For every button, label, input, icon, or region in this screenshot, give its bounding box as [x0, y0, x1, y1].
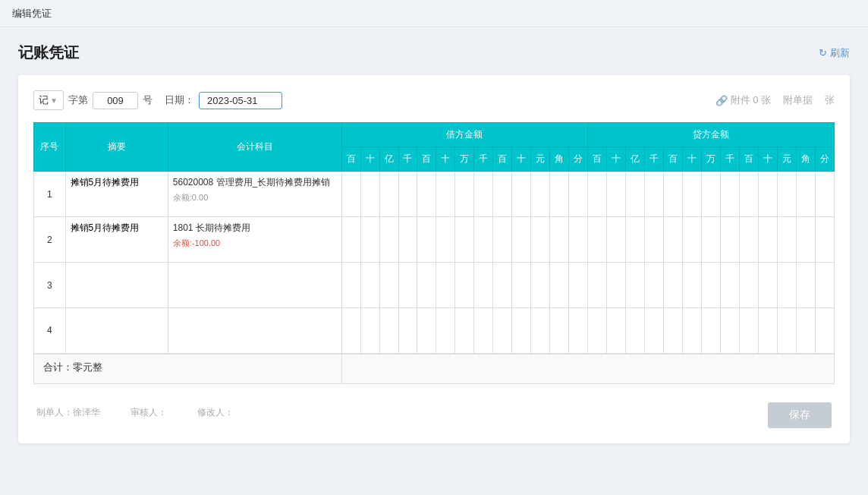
cell-debit-d5[interactable] [417, 263, 436, 308]
cell-credit-c12[interactable] [796, 217, 815, 263]
cell-debit-d13[interactable] [569, 217, 588, 263]
cell-debit-d1[interactable] [341, 263, 360, 308]
cell-debit-d3[interactable] [379, 308, 398, 354]
cell-debit-d4[interactable] [398, 172, 417, 217]
cell-debit-d4[interactable] [398, 263, 417, 308]
cell-credit-c7[interactable] [701, 172, 720, 217]
cell-debit-d13[interactable] [569, 263, 588, 308]
cell-credit-c10[interactable] [758, 308, 777, 354]
cell-debit-d11[interactable] [531, 217, 550, 263]
cell-credit-c9[interactable] [739, 217, 758, 263]
cell-account[interactable]: 56020008 管理费用_长期待摊费用摊销 余额:0.00 [168, 172, 341, 217]
cell-debit-d8[interactable] [474, 263, 493, 308]
cell-debit-d10[interactable] [512, 172, 531, 217]
cell-debit-d8[interactable] [474, 308, 493, 354]
cell-summary[interactable]: 摊销5月待摊费用 [65, 172, 168, 217]
cell-credit-c4[interactable] [645, 308, 664, 354]
cell-credit-c8[interactable] [720, 172, 739, 217]
attachment-link[interactable]: 🔗 附件 0 张 [715, 93, 771, 107]
cell-debit-d5[interactable] [417, 217, 436, 263]
refresh-button[interactable]: ↻ 刷新 [819, 46, 850, 60]
cell-debit-d11[interactable] [531, 308, 550, 354]
cell-debit-d12[interactable] [550, 263, 569, 308]
ji-select[interactable]: 记 ▼ [33, 90, 64, 110]
cell-credit-c2[interactable] [607, 263, 626, 308]
cell-credit-c1[interactable] [588, 263, 607, 308]
cell-account[interactable]: 1801 长期待摊费用 余额:-100.00 [168, 217, 341, 263]
cell-debit-d9[interactable] [493, 172, 512, 217]
cell-credit-c6[interactable] [682, 263, 701, 308]
cell-debit-d2[interactable] [360, 263, 379, 308]
date-input[interactable] [199, 92, 282, 109]
save-button[interactable]: 保存 [768, 402, 832, 428]
cell-debit-d8[interactable] [474, 172, 493, 217]
cell-debit-d6[interactable] [436, 217, 455, 263]
cell-debit-d4[interactable] [398, 308, 417, 354]
cell-debit-d11[interactable] [531, 263, 550, 308]
cell-debit-d1[interactable] [341, 172, 360, 217]
cell-debit-d6[interactable] [436, 263, 455, 308]
cell-credit-c5[interactable] [663, 217, 682, 263]
cell-credit-c4[interactable] [645, 172, 664, 217]
cell-debit-d7[interactable] [455, 308, 474, 354]
cell-debit-d7[interactable] [455, 263, 474, 308]
cell-debit-d10[interactable] [512, 217, 531, 263]
cell-credit-c11[interactable] [777, 263, 796, 308]
cell-credit-c8[interactable] [720, 308, 739, 354]
cell-debit-d9[interactable] [493, 308, 512, 354]
cell-debit-d3[interactable] [379, 263, 398, 308]
cell-account[interactable] [168, 308, 341, 354]
cell-credit-c3[interactable] [626, 263, 645, 308]
cell-credit-c9[interactable] [739, 263, 758, 308]
cell-credit-c3[interactable] [626, 308, 645, 354]
zidi-input[interactable] [93, 92, 138, 109]
cell-debit-d6[interactable] [436, 308, 455, 354]
cell-debit-d13[interactable] [569, 308, 588, 354]
cell-credit-c1[interactable] [588, 217, 607, 263]
cell-summary[interactable] [65, 308, 168, 354]
cell-debit-d7[interactable] [455, 217, 474, 263]
cell-credit-c10[interactable] [758, 217, 777, 263]
cell-credit-c6[interactable] [682, 172, 701, 217]
cell-credit-c5[interactable] [663, 263, 682, 308]
cell-credit-c7[interactable] [701, 217, 720, 263]
cell-debit-d1[interactable] [341, 217, 360, 263]
cell-credit-c6[interactable] [682, 217, 701, 263]
cell-debit-d11[interactable] [531, 172, 550, 217]
cell-credit-c12[interactable] [796, 308, 815, 354]
cell-debit-d12[interactable] [550, 217, 569, 263]
cell-credit-c11[interactable] [777, 217, 796, 263]
cell-credit-c13[interactable] [815, 172, 834, 217]
cell-credit-c4[interactable] [645, 263, 664, 308]
cell-credit-c5[interactable] [663, 308, 682, 354]
cell-credit-c12[interactable] [796, 172, 815, 217]
cell-debit-d9[interactable] [493, 263, 512, 308]
cell-credit-c12[interactable] [796, 263, 815, 308]
cell-credit-c7[interactable] [701, 263, 720, 308]
cell-debit-d1[interactable] [341, 308, 360, 354]
cell-debit-d12[interactable] [550, 308, 569, 354]
cell-credit-c8[interactable] [720, 263, 739, 308]
cell-debit-d5[interactable] [417, 172, 436, 217]
cell-credit-c10[interactable] [758, 172, 777, 217]
cell-summary[interactable] [65, 263, 168, 308]
cell-debit-d10[interactable] [512, 308, 531, 354]
cell-debit-d8[interactable] [474, 217, 493, 263]
cell-credit-c4[interactable] [645, 217, 664, 263]
cell-credit-c1[interactable] [588, 308, 607, 354]
cell-debit-d2[interactable] [360, 217, 379, 263]
cell-debit-d6[interactable] [436, 172, 455, 217]
cell-account[interactable] [168, 263, 341, 308]
cell-debit-d2[interactable] [360, 308, 379, 354]
cell-credit-c11[interactable] [777, 172, 796, 217]
cell-credit-c2[interactable] [607, 217, 626, 263]
cell-debit-d2[interactable] [360, 172, 379, 217]
cell-credit-c10[interactable] [758, 263, 777, 308]
cell-debit-d9[interactable] [493, 217, 512, 263]
cell-credit-c6[interactable] [682, 308, 701, 354]
cell-credit-c13[interactable] [815, 263, 834, 308]
cell-credit-c2[interactable] [607, 172, 626, 217]
cell-credit-c9[interactable] [739, 172, 758, 217]
cell-credit-c8[interactable] [720, 217, 739, 263]
cell-debit-d5[interactable] [417, 308, 436, 354]
